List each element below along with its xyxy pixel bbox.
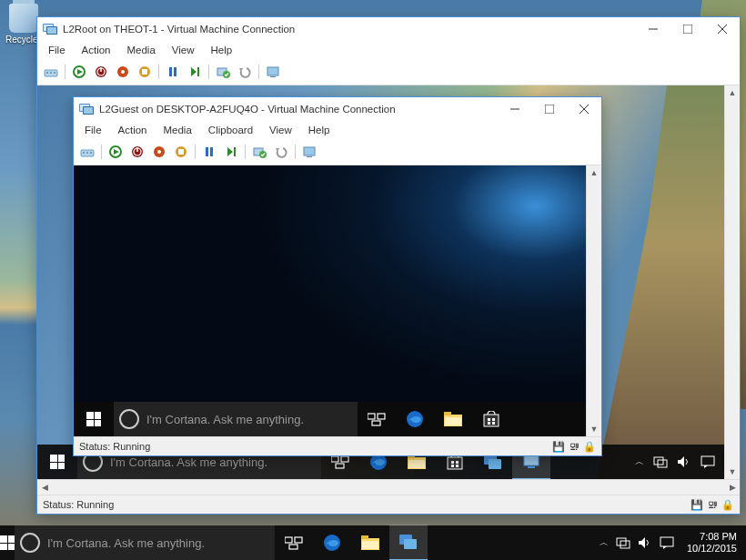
inner-guest-search[interactable]: I'm Cortana. Ask me anything. (114, 402, 358, 436)
svg-rect-103 (620, 541, 630, 548)
shutdown-button[interactable] (149, 142, 169, 162)
svg-rect-39 (456, 461, 459, 464)
menu-action[interactable]: Action (75, 44, 118, 56)
inner-status-text: Status: Running (79, 441, 552, 452)
svg-rect-32 (336, 464, 344, 468)
checkpoint-button[interactable] (213, 62, 233, 82)
explorer-icon[interactable] (351, 525, 389, 560)
host-search[interactable]: I'm Cortana. Ask me anything. (15, 525, 275, 560)
hyperv-app-icon (43, 22, 57, 36)
menu-help[interactable]: Help (204, 44, 240, 56)
close-button[interactable] (567, 97, 601, 121)
turnoff-button[interactable] (91, 62, 111, 82)
revert-button[interactable] (235, 62, 255, 82)
store-icon[interactable] (472, 402, 510, 436)
svg-rect-60 (83, 152, 85, 154)
outer-toolbar (37, 59, 740, 85)
svg-rect-24 (197, 67, 199, 76)
minimize-button[interactable] (498, 97, 532, 121)
outer-titlebar[interactable]: L2Root on THEOT-1 - Virtual Machine Conn… (37, 17, 740, 41)
tray-chevron-icon[interactable]: ︿ (635, 455, 644, 468)
svg-rect-98 (361, 535, 368, 539)
svg-rect-88 (484, 415, 499, 426)
ctrl-alt-del-button[interactable] (41, 62, 61, 82)
svg-marker-48 (678, 456, 684, 467)
outer-scrollbar-v[interactable]: ▲▼ (724, 85, 740, 479)
edge-icon[interactable] (396, 402, 434, 436)
enhanced-session-button[interactable] (299, 142, 319, 162)
start-button[interactable] (106, 142, 126, 162)
cortana-icon (20, 533, 40, 553)
pause-button[interactable] (163, 62, 183, 82)
explorer-icon[interactable] (434, 402, 472, 436)
tray-volume-icon[interactable] (638, 536, 652, 549)
menu-view[interactable]: View (262, 124, 299, 136)
minimize-button[interactable] (636, 17, 670, 41)
tray-notifications-icon[interactable] (701, 455, 715, 468)
enhanced-session-button[interactable] (263, 62, 283, 82)
revert-button[interactable] (271, 142, 291, 162)
inner-menubar: File Action Media Clipboard View Help (74, 121, 601, 139)
svg-rect-47 (658, 460, 667, 467)
menu-clipboard[interactable]: Clipboard (201, 124, 260, 136)
svg-rect-89 (488, 418, 490, 421)
svg-rect-80 (307, 156, 312, 157)
reset-button[interactable] (185, 62, 205, 82)
shutdown-button[interactable] (113, 62, 133, 82)
save-button[interactable] (135, 62, 155, 82)
menu-media[interactable]: Media (156, 124, 199, 136)
svg-rect-94 (295, 537, 302, 543)
inner-vm-window: L2Guest on DESKTOP-A2FUQ4O - Virtual Mac… (73, 96, 602, 456)
tray-chevron-icon[interactable]: ︿ (600, 536, 609, 549)
recycle-bin-icon (9, 4, 38, 33)
pause-button[interactable] (199, 142, 219, 162)
tray-network-icon[interactable] (616, 536, 630, 549)
tray-volume-icon[interactable] (677, 455, 691, 468)
tray-network-icon[interactable] (653, 455, 668, 468)
turnoff-button[interactable] (127, 142, 147, 162)
inner-vm-display[interactable]: I'm Cortana. Ask me anything. (74, 165, 586, 436)
svg-rect-61 (86, 152, 88, 154)
ctrl-alt-del-button[interactable] (77, 142, 97, 162)
outer-scrollbar-h[interactable]: ◀▶ (37, 479, 740, 495)
outer-status-text: Status: Running (43, 499, 691, 510)
svg-rect-3 (47, 27, 56, 34)
tray-notifications-icon[interactable] (660, 536, 674, 549)
svg-rect-10 (50, 72, 52, 74)
taskview-icon[interactable] (358, 402, 396, 436)
outer-window-title: L2Root on THEOT-1 - Virtual Machine Conn… (63, 24, 636, 35)
taskview-icon[interactable] (275, 525, 313, 560)
maximize-button[interactable] (532, 97, 567, 121)
menu-file[interactable]: File (41, 44, 73, 56)
svg-rect-28 (267, 67, 278, 75)
edge-icon[interactable] (313, 525, 351, 560)
close-button[interactable] (705, 17, 740, 41)
svg-marker-74 (227, 147, 233, 156)
inner-scrollbar-v[interactable]: ▲▼ (586, 165, 601, 436)
reset-button[interactable] (221, 142, 241, 162)
start-button[interactable] (69, 62, 89, 82)
svg-rect-30 (331, 456, 338, 462)
hyperv-taskbar-icon[interactable] (389, 525, 428, 560)
svg-rect-22 (174, 67, 176, 76)
menu-action[interactable]: Action (111, 124, 155, 136)
save-button[interactable] (171, 142, 191, 162)
outer-guest-start[interactable] (37, 445, 77, 479)
menu-help[interactable]: Help (301, 124, 338, 136)
svg-rect-99 (362, 541, 378, 549)
menu-file[interactable]: File (77, 124, 109, 136)
svg-point-18 (121, 70, 125, 74)
tray-clock[interactable]: 7:08 PM 10/12/2015 (681, 531, 742, 555)
svg-rect-38 (451, 461, 454, 464)
svg-rect-5 (683, 25, 692, 34)
inner-guest-start[interactable] (74, 402, 114, 436)
menu-media[interactable]: Media (120, 44, 163, 56)
inner-titlebar[interactable]: L2Guest on DESKTOP-A2FUQ4O - Virtual Mac… (74, 97, 601, 121)
hyperv-app-icon (79, 102, 94, 116)
status-net-icon: 🖳 (568, 440, 580, 453)
checkpoint-button[interactable] (249, 142, 269, 162)
menu-view[interactable]: View (165, 44, 202, 56)
svg-rect-29 (270, 76, 276, 77)
host-start-button[interactable] (0, 535, 15, 550)
maximize-button[interactable] (670, 17, 705, 41)
